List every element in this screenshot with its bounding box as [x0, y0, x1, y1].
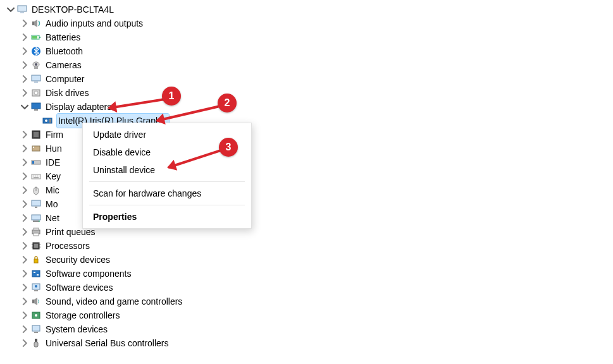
expand-icon[interactable] — [20, 214, 29, 222]
system-icon — [30, 324, 42, 335]
tree-category-row[interactable]: Software devices — [18, 281, 613, 294]
expand-icon[interactable] — [20, 339, 29, 348]
svg-point-52 — [35, 285, 37, 288]
hid-icon — [30, 143, 42, 154]
tree-root-row[interactable]: DESKTOP-BCLTA4L — [4, 3, 613, 16]
expand-icon[interactable] — [20, 228, 29, 236]
ctx-separator — [89, 205, 245, 205]
category-label: Processors — [46, 239, 90, 253]
expand-icon[interactable] — [20, 297, 29, 306]
svg-rect-24 — [32, 161, 34, 164]
svg-rect-27 — [35, 176, 36, 176]
tree-category-row[interactable]: Sound, video and game controllers — [18, 294, 613, 308]
expand-icon[interactable] — [20, 186, 29, 195]
battery-icon — [30, 32, 42, 43]
expand-icon[interactable] — [20, 75, 29, 83]
root-label: DESKTOP-BCLTA4L — [32, 3, 114, 16]
category-label: Net — [46, 211, 59, 225]
mouse-icon — [30, 185, 42, 196]
svg-rect-48 — [34, 272, 35, 273]
tree-category-row[interactable]: Software components — [18, 267, 613, 281]
expand-icon[interactable] — [20, 144, 29, 153]
tree-category-row[interactable]: Batteries — [18, 30, 613, 44]
expand-icon[interactable] — [20, 200, 29, 209]
expand-icon[interactable] — [20, 130, 29, 139]
collapse-icon[interactable] — [6, 5, 15, 14]
expand-icon[interactable] — [20, 311, 29, 320]
svg-rect-47 — [32, 270, 40, 277]
bluetooth-icon — [30, 46, 42, 57]
expand-icon[interactable] — [20, 172, 29, 181]
expand-icon[interactable] — [20, 61, 29, 70]
computer-root-icon — [16, 4, 28, 15]
svg-point-17 — [45, 119, 48, 123]
svg-rect-2 — [32, 21, 34, 25]
svg-rect-46 — [34, 259, 38, 263]
category-label: Software components — [46, 267, 131, 281]
computer-icon — [30, 73, 42, 85]
svg-point-36 — [39, 221, 40, 222]
svg-rect-35 — [33, 221, 39, 222]
security-icon — [30, 254, 42, 265]
category-label: Bluetooth — [46, 44, 83, 58]
expand-icon[interactable] — [20, 158, 29, 167]
tree-category-row[interactable]: Security devices — [18, 253, 613, 267]
cpu-icon — [30, 240, 42, 252]
disk-icon — [30, 87, 42, 99]
svg-rect-49 — [37, 274, 39, 276]
annotation-badge-2: 2 — [218, 94, 237, 112]
svg-rect-11 — [34, 82, 38, 83]
expand-icon[interactable] — [20, 255, 29, 264]
ctx-scan-hardware[interactable]: Scan for hardware changes — [83, 185, 251, 202]
tree-category-row[interactable]: Computer — [18, 72, 613, 86]
ctx-properties[interactable]: Properties — [83, 208, 251, 226]
expand-icon[interactable] — [20, 283, 29, 292]
category-label: Key — [46, 169, 61, 183]
expand-icon[interactable] — [20, 325, 29, 334]
tree-category-row[interactable]: Processors — [18, 239, 613, 253]
storage-icon — [30, 310, 42, 321]
firmware-icon — [30, 129, 42, 140]
category-label: Mo — [46, 197, 58, 211]
svg-rect-34 — [32, 215, 40, 220]
tree-category-row[interactable]: System devices — [18, 322, 613, 336]
category-label: Audio inputs and outputs — [46, 16, 143, 30]
tree-category-row[interactable]: Bluetooth — [18, 44, 613, 58]
expand-icon[interactable] — [20, 269, 29, 278]
svg-rect-39 — [34, 233, 39, 236]
tree-category-row[interactable]: Audio inputs and outputs — [18, 16, 613, 30]
svg-rect-51 — [34, 290, 38, 291]
category-label: Display adapters — [46, 100, 111, 114]
svg-point-55 — [35, 314, 37, 317]
expand-icon[interactable] — [20, 33, 29, 42]
expand-icon[interactable] — [20, 88, 29, 97]
tree-category-row[interactable]: Storage controllers — [18, 308, 613, 322]
category-label: Mic — [46, 183, 59, 197]
category-label: Universal Serial Bus controllers — [46, 336, 169, 350]
category-label: Batteries — [46, 30, 80, 44]
expand-icon[interactable] — [20, 47, 29, 56]
annotation-badge-1: 1 — [162, 87, 181, 106]
tree-category-row[interactable]: Cameras — [18, 58, 613, 72]
monitor-icon — [30, 198, 42, 210]
svg-rect-15 — [34, 109, 38, 111]
svg-rect-0 — [18, 6, 27, 11]
svg-rect-57 — [34, 332, 38, 333]
category-label: Storage controllers — [46, 308, 120, 322]
svg-rect-56 — [32, 325, 40, 331]
tree-category-row[interactable]: Disk drives — [18, 86, 613, 100]
svg-rect-53 — [32, 300, 34, 303]
category-label: Hun — [46, 142, 62, 155]
svg-rect-38 — [34, 228, 39, 230]
collapse-icon[interactable] — [20, 102, 29, 111]
camera-icon — [30, 59, 42, 71]
svg-rect-10 — [32, 75, 40, 81]
annotation-badge-3: 3 — [219, 138, 238, 157]
category-label: IDE — [46, 155, 60, 169]
tree-category-row[interactable]: Universal Serial Bus controllers — [18, 336, 613, 350]
ctx-separator — [89, 181, 245, 182]
gpu-icon — [42, 115, 53, 126]
expand-icon[interactable] — [20, 241, 29, 250]
svg-rect-41 — [34, 244, 38, 248]
expand-icon[interactable] — [20, 19, 29, 28]
